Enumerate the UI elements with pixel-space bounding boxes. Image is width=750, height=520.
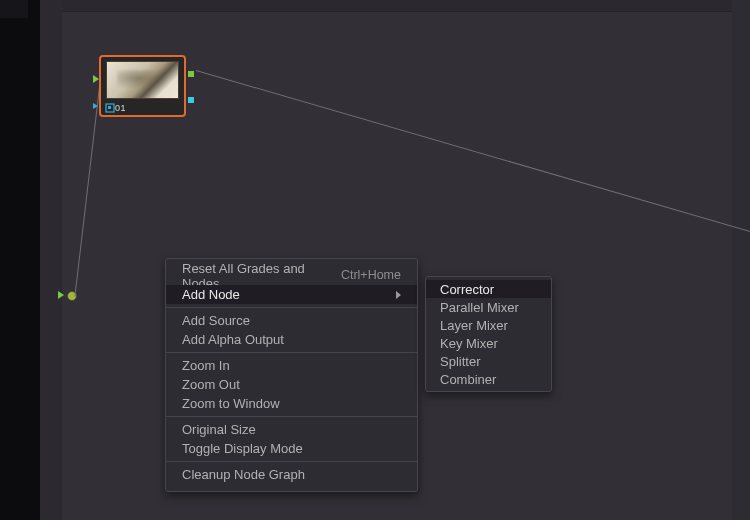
node-number-icon: [105, 103, 115, 113]
node-output-port-1[interactable]: [188, 71, 194, 77]
menu-item-label: Zoom Out: [182, 377, 240, 392]
submenu-item-label: Splitter: [440, 354, 480, 369]
submenu-item-layer-mixer[interactable]: Layer Mixer: [426, 316, 551, 334]
graph-source-output-icon: [58, 291, 64, 299]
submenu-item-corrector[interactable]: Corrector: [426, 280, 551, 298]
menu-item-label: Original Size: [182, 422, 256, 437]
wire-node-to-output: [196, 70, 750, 234]
node-input-port-2[interactable]: [93, 97, 99, 103]
submenu-item-splitter[interactable]: Splitter: [426, 352, 551, 370]
menu-item-reset-all-grades[interactable]: Reset All Grades and Nodes Ctrl+Home: [166, 266, 417, 285]
node-thumbnail: [106, 61, 179, 99]
panel-gutter-left: [0, 0, 40, 520]
menu-item-original-size[interactable]: Original Size: [166, 420, 417, 439]
submenu-item-label: Parallel Mixer: [440, 300, 519, 315]
scrollbar-vertical[interactable]: [732, 0, 750, 520]
menu-item-zoom-out[interactable]: Zoom Out: [166, 375, 417, 394]
node-label: 01: [115, 103, 126, 113]
app-root: 01 Reset All Grades and Nodes Ctrl+Home …: [0, 0, 750, 520]
node-input-port-1[interactable]: [93, 71, 99, 77]
menu-item-zoom-to-window[interactable]: Zoom to Window: [166, 394, 417, 413]
submenu-item-label: Layer Mixer: [440, 318, 508, 333]
submenu-item-label: Corrector: [440, 282, 494, 297]
node-output-port-2[interactable]: [188, 97, 194, 103]
menu-item-shortcut: Ctrl+Home: [341, 268, 401, 283]
menu-item-cleanup-node-graph[interactable]: Cleanup Node Graph: [166, 465, 417, 484]
menu-item-label: Add Source: [182, 313, 250, 328]
menu-item-add-alpha-output[interactable]: Add Alpha Output: [166, 330, 417, 349]
submenu-chevron-icon: [396, 291, 401, 299]
menu-item-zoom-in[interactable]: Zoom In: [166, 356, 417, 375]
menu-item-label: Zoom to Window: [182, 396, 280, 411]
menu-item-label: Add Alpha Output: [182, 332, 284, 347]
panel-top-band: [62, 0, 750, 12]
menu-item-add-source[interactable]: Add Source: [166, 311, 417, 330]
menu-item-label: Zoom In: [182, 358, 230, 373]
submenu-item-parallel-mixer[interactable]: Parallel Mixer: [426, 298, 551, 316]
submenu-item-combiner[interactable]: Combiner: [426, 370, 551, 388]
submenu-item-key-mixer[interactable]: Key Mixer: [426, 334, 551, 352]
node-01[interactable]: 01: [99, 55, 186, 117]
menu-item-label: Toggle Display Mode: [182, 441, 303, 456]
submenu-item-label: Combiner: [440, 372, 496, 387]
submenu-add-node: Corrector Parallel Mixer Layer Mixer Key…: [425, 276, 552, 392]
menu-item-toggle-display-mode[interactable]: Toggle Display Mode: [166, 439, 417, 458]
submenu-item-label: Key Mixer: [440, 336, 498, 351]
menu-item-label: Cleanup Node Graph: [182, 467, 305, 482]
menu-item-label: Add Node: [182, 287, 240, 302]
svg-rect-1: [108, 106, 111, 109]
panel-edge-left: [40, 0, 62, 520]
menu-item-add-node[interactable]: Add Node: [166, 285, 417, 304]
context-menu: Reset All Grades and Nodes Ctrl+Home Add…: [165, 258, 418, 492]
